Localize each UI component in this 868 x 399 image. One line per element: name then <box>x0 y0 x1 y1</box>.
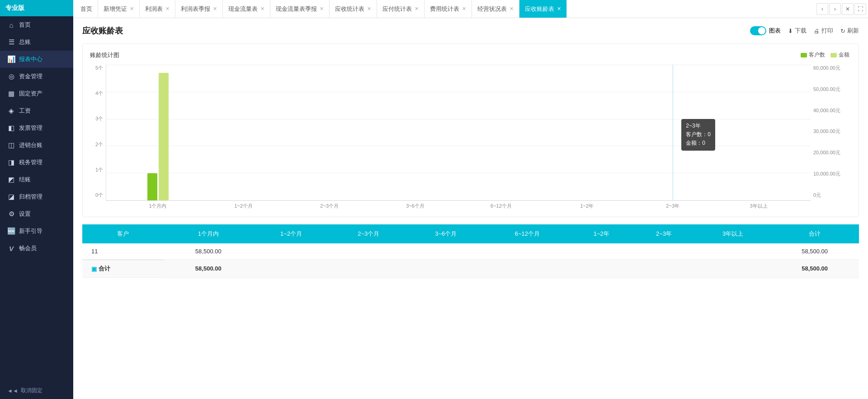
toggle-track[interactable] <box>750 26 766 35</box>
tab-home[interactable]: 首页 <box>75 0 98 18</box>
home-icon: ⌂ <box>7 21 15 29</box>
col-header-month36: 3~6个月 <box>407 224 485 243</box>
assets-icon: ▦ <box>7 90 15 98</box>
tab-nav-next[interactable]: › <box>829 3 841 15</box>
tab-receivable-stat[interactable]: 应收统计表 ✕ <box>330 0 377 18</box>
tab-close-biz-status[interactable]: ✕ <box>509 6 514 12</box>
cell-month612 <box>485 243 570 260</box>
tab-close-payable-stat[interactable]: ✕ <box>415 6 419 12</box>
main-area: 首页 新增凭证 ✕ 利润表 ✕ 利润表季报 ✕ 现金流量表 ✕ 现金流量表季报 … <box>73 0 868 399</box>
tab-voucher[interactable]: 新增凭证 ✕ <box>98 0 140 18</box>
tab-nav-prev[interactable]: ‹ <box>816 3 828 15</box>
total-icon: ▣ <box>91 266 97 272</box>
x-label-year3plus: 3年以上 <box>716 203 802 209</box>
sidebar-item-label: 报表中心 <box>19 55 42 63</box>
tab-close-cashflow-quarterly[interactable]: ✕ <box>320 6 324 12</box>
chart-tooltip: 2~3年 客户数：0 金额：0 <box>681 119 715 151</box>
sidebar-item-tax[interactable]: ◨ 税务管理 <box>0 154 73 171</box>
cell-year12 <box>570 243 632 260</box>
refresh-button[interactable]: ↻ 刷新 <box>840 27 859 35</box>
sidebar-item-sales[interactable]: ◫ 进销台账 <box>0 137 73 154</box>
reports-icon: 📊 <box>7 55 15 63</box>
bar-amount-month1 <box>159 73 169 200</box>
tab-biz-status[interactable]: 经营状况表 ✕ <box>472 0 519 18</box>
sidebar-item-settings[interactable]: ⚙ 设置 <box>0 205 73 223</box>
col-header-month12: 1~2个月 <box>253 224 330 243</box>
tab-cashflow-quarterly[interactable]: 现金流量表季报 ✕ <box>270 0 330 18</box>
chart-section: 账龄统计图 客户数 金额 5个 4个 <box>82 43 859 217</box>
sidebar-item-closing[interactable]: ◩ 结账 <box>0 171 73 188</box>
unpin-icon: ◄◄ <box>7 388 18 394</box>
sidebar-item-vip[interactable]: V 畅会员 <box>0 240 73 257</box>
sidebar-item-payroll[interactable]: ◈ 工资 <box>0 102 73 119</box>
sidebar: 专业版 ⌂ 首页 ☰ 总账 📊 报表中心 ◎ 资金管理 ▦ 固定资产 ◈ 工资 … <box>0 0 73 399</box>
sidebar-item-guide[interactable]: 🆕 新手引导 <box>0 223 73 240</box>
table-total-row: ▣ 合计 58,500.00 58,500.00 <box>82 260 859 278</box>
total-month12 <box>253 260 330 278</box>
funds-icon: ◎ <box>7 72 15 81</box>
tab-payable-stat[interactable]: 应付统计表 ✕ <box>377 0 425 18</box>
sidebar-item-funds[interactable]: ◎ 资金管理 <box>0 68 73 85</box>
legend-amount: 金额 <box>830 51 849 59</box>
chart-legend: 客户数 金额 <box>801 51 849 59</box>
sidebar-item-archive[interactable]: ◪ 归档管理 <box>0 188 73 205</box>
col-header-total: 合计 <box>770 224 859 243</box>
chart-toggle[interactable]: 图表 <box>750 26 781 35</box>
payroll-icon: ◈ <box>7 107 15 115</box>
tab-close-cashflow[interactable]: ✕ <box>260 6 264 12</box>
content-area: 应收账龄表 图表 ⬇ 下载 🖨 打印 <box>73 18 868 399</box>
cell-month23 <box>330 243 407 260</box>
sidebar-item-assets[interactable]: ▦ 固定资产 <box>0 85 73 102</box>
sidebar-item-label: 发票管理 <box>19 124 42 132</box>
sidebar-item-label: 畅会员 <box>19 244 37 252</box>
chart-x-labels: 1个月内 1~2个月 2~3个月 3~6个月 6~12个月 1~2年 2~3年 … <box>106 201 811 209</box>
tab-expense-stat[interactable]: 费用统计表 ✕ <box>425 0 472 18</box>
tab-profit-quarterly[interactable]: 利润表季报 ✕ <box>175 0 223 18</box>
tab-aging[interactable]: 应收账龄表 ✕ <box>519 0 567 18</box>
print-button[interactable]: 🖨 打印 <box>814 27 833 35</box>
sidebar-item-reports[interactable]: 📊 报表中心 <box>0 51 73 68</box>
sidebar-item-ledger[interactable]: ☰ 总账 <box>0 33 73 51</box>
cell-total: 58,500.00 <box>770 243 859 260</box>
tab-close-receivable-stat[interactable]: ✕ <box>367 6 371 12</box>
download-button[interactable]: ⬇ 下载 <box>788 27 807 35</box>
sidebar-item-label: 进销台账 <box>19 141 42 149</box>
col-header-month612: 6~12个月 <box>485 224 570 243</box>
legend-customer: 客户数 <box>801 51 825 59</box>
refresh-icon: ↻ <box>840 28 845 34</box>
tab-close-expense-stat[interactable]: ✕ <box>462 6 466 12</box>
tab-cashflow[interactable]: 现金流量表 ✕ <box>223 0 270 18</box>
sales-icon: ◫ <box>7 141 15 149</box>
vip-icon: V <box>7 245 15 252</box>
tab-close-profit[interactable]: ✕ <box>165 6 170 12</box>
col-header-year23: 2~3年 <box>632 224 695 243</box>
tab-close-profit-quarterly[interactable]: ✕ <box>213 6 217 12</box>
x-label-month1: 1个月内 <box>115 203 201 209</box>
tab-close-voucher[interactable]: ✕ <box>130 6 134 12</box>
data-table: 客户 1个月内 1~2个月 2~3个月 3~6个月 6~12个月 1~2年 2~… <box>82 224 859 278</box>
bar-group-month12 <box>201 65 287 200</box>
col-header-month1: 1个月内 <box>164 224 253 243</box>
total-label-cell: ▣ 合计 <box>82 260 164 278</box>
sidebar-item-home[interactable]: ⌂ 首页 <box>0 16 73 33</box>
total-month36 <box>407 260 485 278</box>
tab-close-current[interactable]: ✕ <box>842 3 854 15</box>
bar-group-month23 <box>287 65 373 200</box>
tab-maximize[interactable]: ⛶ <box>854 3 866 15</box>
tab-profit[interactable]: 利润表 ✕ <box>140 0 175 18</box>
unpin-button[interactable]: ◄◄ 取消固定 <box>0 382 73 399</box>
total-month612 <box>485 260 570 278</box>
sidebar-item-label: 结账 <box>19 176 31 184</box>
x-label-month612: 6~12个月 <box>458 203 544 209</box>
bar-group-year3plus <box>716 65 802 200</box>
x-label-year12: 1~2年 <box>544 203 630 209</box>
sidebar-item-invoice[interactable]: ◧ 发票管理 <box>0 119 73 137</box>
toggle-label: 图表 <box>769 27 781 35</box>
tab-close-aging[interactable]: ✕ <box>557 6 561 12</box>
page-title: 应收账龄表 <box>82 25 123 36</box>
x-label-year23: 2~3年 <box>630 203 716 209</box>
chart-y-axis-left: 5个 4个 3个 2个 1个 0个 <box>90 65 106 209</box>
cell-month12 <box>253 243 330 260</box>
total-year3plus <box>695 260 770 278</box>
bar-group-month36 <box>373 65 458 200</box>
